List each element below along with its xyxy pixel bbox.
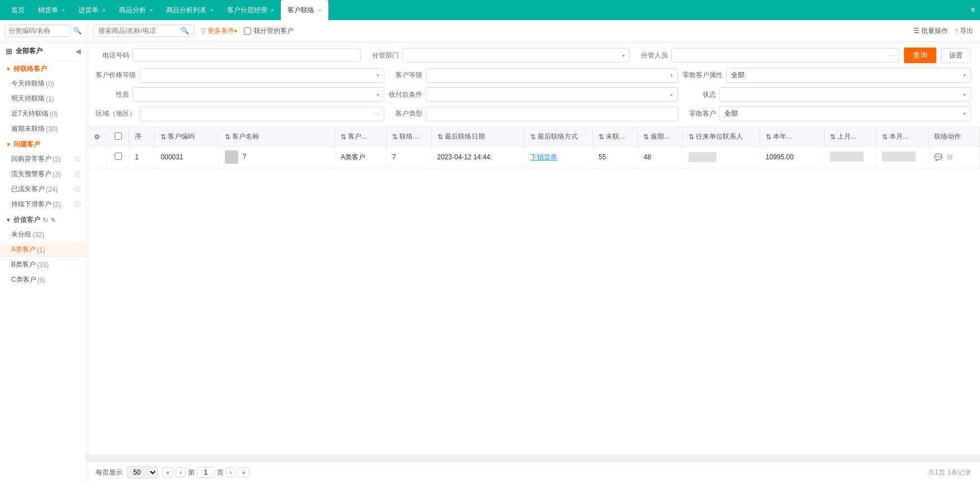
window-close-button[interactable]: × — [970, 5, 976, 15]
page-input[interactable] — [197, 467, 215, 478]
person-select[interactable]: ··· — [671, 48, 899, 63]
col-liaison[interactable]: ⇅ 往来单位联系人 — [682, 127, 760, 146]
col-gear[interactable]: ⚙ — [87, 127, 107, 146]
col-not-contact[interactable]: ⇅ 未联... — [593, 127, 638, 146]
select-all-checkbox[interactable] — [115, 132, 122, 140]
sidebar-item-a-class[interactable]: A类客户 (1) — [0, 242, 86, 257]
sidebar-item-abnormal-repurchase[interactable]: 回购异常客户 (2) ⓘ — [0, 151, 86, 167]
sidebar-item-churn-warning[interactable]: 流失预警客户 (3) ⓘ — [0, 167, 86, 182]
horizontal-scrollbar[interactable] — [87, 454, 980, 461]
col-this-month[interactable]: ⇅ 本月... — [876, 127, 928, 146]
sidebar-all-customers[interactable]: ⊞ 全部客户 ◀ — [0, 42, 86, 61]
region-select[interactable]: ··· — [139, 107, 384, 121]
sidebar-item-unclassified[interactable]: 未分组 (32) — [0, 227, 86, 242]
col-contact-sort[interactable]: ⇅ — [392, 133, 398, 141]
filter-search-icon[interactable]: 🔍 — [181, 27, 189, 35]
col-not-contact-sort[interactable]: ⇅ — [599, 133, 604, 141]
sidebar-item-c-class[interactable]: C类客户 (6) — [0, 272, 86, 287]
nav-customer-segment[interactable]: 客户分层经营 × — [220, 0, 281, 20]
per-page-select[interactable]: 50 100 — [127, 466, 158, 479]
sidebar-search-icon[interactable]: 🔍 — [73, 27, 82, 35]
nav-purchase-close[interactable]: × — [102, 7, 105, 13]
help-icon-churn-warning[interactable]: ⓘ — [74, 170, 81, 178]
query-button[interactable]: 查询 — [904, 48, 936, 63]
nav-home[interactable]: 首页 — [4, 0, 31, 20]
help-icon-abnormal[interactable]: ⓘ — [74, 155, 81, 163]
export-button[interactable]: ↑ 导出 — [955, 26, 973, 36]
col-name-sort[interactable]: ⇅ — [225, 133, 230, 141]
col-code-sort[interactable]: ⇅ — [161, 133, 166, 141]
sidebar-item-declining[interactable]: 持续下滑客户 (2) ⓘ — [0, 197, 86, 212]
nav-customer-contact-close[interactable]: × — [318, 7, 321, 13]
sidebar-item-b-class[interactable]: B类客户 (33) — [0, 257, 86, 272]
more-filters-button[interactable]: ▽ 更多条件 ▾ — [201, 26, 237, 36]
col-last-method-sort[interactable]: ⇅ — [530, 133, 536, 141]
row-last-method[interactable]: 下销货单 — [525, 146, 593, 168]
sidebar-item-today[interactable]: 今天待联络 (0) — [0, 76, 86, 91]
refresh-icon[interactable]: ↻ — [43, 216, 48, 224]
nav-sales-close[interactable]: × — [62, 7, 65, 13]
col-contact[interactable]: ⇅ 联络... — [387, 127, 431, 146]
action-menu-icon[interactable]: ⊞ — [947, 153, 953, 161]
row-checkbox-cell[interactable] — [107, 146, 129, 168]
last-page-button[interactable]: » — [238, 467, 249, 477]
my-customers-checkbox[interactable] — [244, 27, 251, 35]
sidebar-group-value[interactable]: ▼ 价值客户 ↻ ✎ — [0, 212, 86, 227]
help-icon-churned[interactable]: ⓘ — [74, 185, 81, 193]
col-last-month[interactable]: ⇅ 上月... — [824, 127, 876, 146]
col-last-month-sort[interactable]: ⇅ — [830, 133, 836, 141]
nav-purchase-order[interactable]: 进货单 × — [72, 0, 112, 20]
payment-select[interactable]: ▾ — [426, 87, 677, 102]
nav-product-analysis[interactable]: 商品分析 × — [112, 0, 159, 20]
price-level-select[interactable]: ▾ — [139, 68, 384, 83]
sidebar-search-input[interactable] — [4, 25, 71, 37]
sidebar-group-problem[interactable]: ▼ 问题客户 — [0, 136, 86, 151]
sidebar-item-7days[interactable]: 近7天待联络 (0) — [0, 106, 86, 121]
col-checkbox[interactable] — [107, 127, 129, 146]
sidebar-group-pending[interactable]: ▼ 待联络客户 — [0, 61, 86, 76]
nav-customer-segment-close[interactable]: × — [271, 7, 274, 13]
dept-select[interactable]: ▾ — [402, 48, 630, 63]
col-this-month-sort[interactable]: ⇅ — [882, 133, 888, 141]
col-this-year-sort[interactable]: ⇅ — [766, 133, 771, 141]
help-icon-declining[interactable]: ⓘ — [74, 200, 81, 209]
col-this-year[interactable]: ⇅ 本年... — [760, 127, 824, 146]
col-overdue-sort[interactable]: ⇅ — [643, 133, 649, 141]
first-page-button[interactable]: « — [162, 467, 173, 477]
row-checkbox[interactable] — [115, 153, 122, 160]
sidebar-collapse-icon[interactable]: ◀ — [76, 48, 81, 55]
nature-select[interactable]: ▾ — [133, 87, 384, 102]
my-customers-checkbox-label[interactable]: 我分管的客户 — [244, 26, 294, 36]
customer-type-select[interactable] — [426, 107, 677, 121]
col-liaison-sort[interactable]: ⇅ — [689, 133, 694, 141]
sidebar-item-churned[interactable]: 已流失客户 (24) ⓘ — [0, 182, 86, 197]
customer-level-select[interactable]: ▾ — [426, 68, 677, 83]
retail-customer-select[interactable]: 全部 ▾ — [719, 106, 971, 121]
nav-product-close[interactable]: × — [149, 7, 153, 13]
prev-page-button[interactable]: ‹ — [176, 467, 186, 477]
col-level[interactable]: ⇅ 客户... — [335, 127, 387, 146]
edit-icon[interactable]: ✎ — [50, 216, 56, 224]
action-message-icon[interactable]: 💬 — [934, 153, 943, 161]
col-last-date-sort[interactable]: ⇅ — [437, 133, 443, 141]
sidebar-item-overdue[interactable]: 逾期未联络 (30) — [0, 121, 86, 136]
batch-ops-button[interactable]: ☰ 批量操作 — [913, 26, 948, 36]
col-name[interactable]: ⇅ 客户名称 — [219, 127, 335, 146]
col-overdue[interactable]: ⇅ 逾期... — [638, 127, 682, 146]
col-last-method[interactable]: ⇅ 最后联络方式 — [525, 127, 593, 146]
nav-product-list-close[interactable]: × — [210, 7, 213, 13]
col-code[interactable]: ⇅ 客户编码 — [155, 127, 219, 146]
nav-customer-contact[interactable]: 客户联络 × — [281, 0, 328, 20]
sidebar-item-tomorrow[interactable]: 明天待联络 (1) — [0, 91, 86, 106]
retail-attr-select[interactable]: 全部 ▾ — [726, 68, 971, 83]
row-last-method-link[interactable]: 下销货单 — [530, 153, 557, 161]
col-level-sort[interactable]: ⇅ — [341, 133, 346, 141]
col-last-date[interactable]: ⇅ 最后联络日期 — [431, 127, 525, 146]
nav-sales-order[interactable]: 销货单 × — [31, 0, 72, 20]
status-select[interactable]: ▾ — [719, 87, 971, 102]
filter-search-input[interactable] — [98, 27, 181, 35]
phone-input[interactable] — [133, 49, 361, 62]
gear-icon[interactable]: ⚙ — [94, 133, 100, 141]
next-page-button[interactable]: › — [226, 467, 236, 477]
nav-product-analysis-list[interactable]: 商品分析列表 × — [159, 0, 220, 20]
